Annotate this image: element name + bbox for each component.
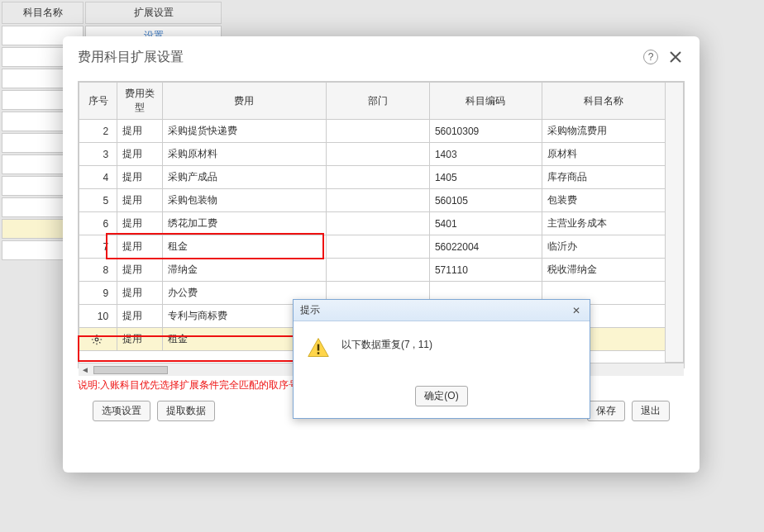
close-icon[interactable] bbox=[666, 48, 685, 66]
table-row: 5提用采购包装物560105包装费 bbox=[79, 189, 684, 212]
modal-title: 费用科目扩展设置 bbox=[78, 49, 643, 66]
svg-point-0 bbox=[95, 338, 98, 341]
vertical-scrollbar[interactable] bbox=[666, 83, 684, 363]
alert-close-icon[interactable]: ✕ bbox=[570, 305, 583, 316]
col-name[interactable]: 科目名称 bbox=[542, 83, 665, 120]
exit-button[interactable]: 退出 bbox=[632, 401, 670, 421]
options-button[interactable]: 选项设置 bbox=[93, 401, 150, 421]
table-row: 6提用绣花加工费5401主营业务成本 bbox=[79, 212, 684, 235]
col-dept[interactable]: 部门 bbox=[326, 83, 429, 120]
alert-title: 提示 bbox=[300, 303, 570, 317]
table-row: 2提用采购提货快递费56010309采购物流费用 bbox=[79, 120, 684, 143]
alert-dialog: 提示 ✕ 以下数据重复(7 , 11) 确定(O) bbox=[293, 299, 590, 419]
table-row: 7提用租金56022004临沂办 bbox=[79, 235, 684, 259]
alert-message: 以下数据重复(7 , 11) bbox=[341, 336, 432, 352]
table-row: 4提用采购产成品1405库存商品 bbox=[79, 166, 684, 189]
col-seq[interactable]: 序号 bbox=[79, 83, 117, 120]
warning-icon bbox=[307, 336, 330, 359]
col-code[interactable]: 科目编码 bbox=[429, 83, 542, 120]
alert-ok-button[interactable]: 确定(O) bbox=[415, 386, 467, 406]
gear-icon[interactable] bbox=[91, 333, 103, 344]
bg-col-ext: 扩展设置 bbox=[85, 2, 222, 24]
col-type[interactable]: 费用类型 bbox=[117, 83, 162, 120]
save-button[interactable]: 保存 bbox=[587, 401, 625, 421]
svg-rect-1 bbox=[318, 344, 319, 351]
fetch-button[interactable]: 提取数据 bbox=[157, 401, 215, 421]
bg-col-name: 科目名称 bbox=[2, 2, 84, 24]
table-row: 8提用滞纳金571110税收滞纳金 bbox=[79, 259, 684, 282]
col-fee[interactable]: 费用 bbox=[162, 83, 326, 120]
table-row: 3提用采购原材料1403原材料 bbox=[79, 143, 684, 166]
scroll-thumb[interactable] bbox=[93, 366, 168, 374]
help-icon[interactable]: ? bbox=[643, 50, 658, 64]
scroll-left-icon[interactable]: ◄ bbox=[79, 365, 92, 374]
svg-rect-2 bbox=[318, 352, 319, 354]
